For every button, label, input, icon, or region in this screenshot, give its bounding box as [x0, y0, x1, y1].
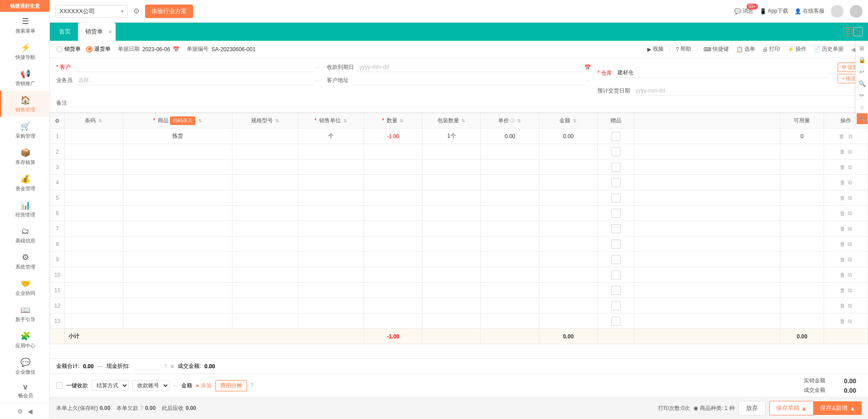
cell-amount[interactable]: [539, 298, 598, 313]
cell-amount[interactable]: [539, 283, 598, 298]
cell-barcode[interactable]: [65, 221, 123, 236]
calendar-icon[interactable]: 📅: [173, 46, 179, 53]
cell-barcode[interactable]: [65, 252, 123, 267]
user-avatar[interactable]: [831, 5, 844, 18]
delete-btn[interactable]: 🗑: [840, 195, 845, 201]
delete-btn[interactable]: 🗑: [840, 164, 845, 170]
sidebar-item-finance[interactable]: 💰 资金管理: [0, 169, 49, 196]
cell-qty[interactable]: [364, 283, 422, 298]
note-input[interactable]: [70, 98, 862, 108]
gift-checkbox[interactable]: [611, 193, 621, 202]
cell-unit[interactable]: [298, 283, 364, 298]
sidebar-item-sales[interactable]: 🏠 销售管理: [0, 91, 49, 117]
copy-btn[interactable]: ⧉: [848, 149, 852, 155]
cell-pack-qty[interactable]: 1个: [422, 129, 481, 144]
cell-unit-price[interactable]: [481, 236, 539, 252]
cell-pack-qty[interactable]: [422, 267, 481, 283]
th-settings[interactable]: ⚙: [50, 113, 65, 129]
cell-qty[interactable]: [364, 252, 422, 267]
cell-barcode[interactable]: [65, 206, 123, 221]
copy-btn[interactable]: ⧉: [848, 256, 852, 263]
copy-btn[interactable]: ⧉: [848, 179, 852, 186]
delete-btn[interactable]: 🗑: [839, 133, 844, 140]
cell-spec[interactable]: [233, 129, 298, 144]
delete-btn[interactable]: 🗑: [840, 318, 845, 324]
sidebar-item-basics[interactable]: 🗂 基础信息: [0, 222, 49, 248]
scan-btn[interactable]: 扫码录入: [170, 116, 195, 125]
save-new-btn[interactable]: 保存&新增 ▲: [814, 401, 862, 415]
cell-product[interactable]: [123, 175, 233, 190]
delivery-date-input[interactable]: [634, 86, 855, 96]
sidebar-item-operations[interactable]: 📊 经营管理: [0, 196, 49, 222]
history-btn[interactable]: 📄 历史单据: [812, 44, 845, 54]
gift-checkbox[interactable]: [611, 270, 621, 279]
cell-product[interactable]: [123, 144, 233, 159]
cell-product[interactable]: [123, 283, 233, 298]
cell-qty[interactable]: [364, 159, 422, 175]
copy-btn[interactable]: ⧉: [848, 318, 852, 324]
gift-checkbox[interactable]: [611, 317, 621, 326]
payment-date-input[interactable]: [358, 63, 584, 72]
cell-product[interactable]: [123, 267, 233, 283]
customer-dots-btn[interactable]: ···: [314, 64, 320, 71]
fee-split-btn[interactable]: 费用分摊: [215, 380, 247, 391]
right-panel-grid-btn[interactable]: ⊞: [857, 43, 868, 53]
cell-product[interactable]: [123, 159, 233, 175]
cell-qty[interactable]: [364, 267, 422, 283]
cell-gift[interactable]: [597, 298, 634, 313]
save-draft-btn[interactable]: 保存草稿 ▲: [769, 401, 814, 415]
cell-product[interactable]: [123, 313, 233, 329]
delete-btn[interactable]: 🗑: [840, 179, 845, 186]
cell-barcode[interactable]: [65, 159, 123, 175]
cell-pack-qty[interactable]: [422, 236, 481, 252]
cell-unit[interactable]: 个: [298, 129, 364, 144]
sidebar-settings-btn[interactable]: ⚙: [17, 408, 23, 415]
cell-unit[interactable]: [298, 190, 364, 206]
cell-barcode[interactable]: [65, 313, 123, 329]
cell-qty[interactable]: [364, 190, 422, 206]
copy-btn[interactable]: ⧉: [849, 133, 853, 140]
cell-unit-price[interactable]: [481, 206, 539, 221]
sidebar-item-collab[interactable]: 🤝 企业协同: [0, 274, 49, 300]
cell-unit-price[interactable]: [481, 159, 539, 175]
radio-sales-label[interactable]: 销货单: [56, 45, 81, 53]
company-selector[interactable]: XXXXXX公司 ▾: [55, 5, 128, 18]
cell-amount[interactable]: [539, 236, 598, 252]
sidebar-item-purchase[interactable]: 🛒 采购管理: [0, 117, 49, 143]
delete-btn[interactable]: 🗑: [840, 272, 845, 278]
cell-unit-price[interactable]: [481, 175, 539, 190]
trial-btn[interactable]: 体验行业方案: [145, 5, 193, 18]
sidebar-collapse-btn[interactable]: ◀: [28, 408, 33, 415]
cell-barcode[interactable]: [65, 129, 123, 144]
cell-amount[interactable]: [539, 252, 598, 267]
delete-btn[interactable]: 🗑: [840, 256, 845, 263]
discount-input[interactable]: [133, 363, 160, 370]
cell-amount[interactable]: [539, 144, 598, 159]
cell-qty[interactable]: [364, 221, 422, 236]
cell-spec[interactable]: [233, 144, 298, 159]
gift-checkbox[interactable]: [611, 132, 621, 141]
radio-return-label[interactable]: 退货单: [86, 45, 111, 53]
cell-qty[interactable]: [364, 313, 422, 329]
delete-btn[interactable]: 🗑: [840, 226, 845, 232]
shortcut-btn[interactable]: ⌨ 快捷键: [702, 44, 731, 54]
tab-close-btn[interactable]: ✕: [107, 28, 114, 35]
one-click-payment-checkbox[interactable]: [56, 382, 63, 389]
cell-unit-price[interactable]: 0.00: [481, 129, 539, 144]
cell-barcode[interactable]: [65, 144, 123, 159]
th-qty-sort[interactable]: ⇅: [400, 118, 403, 123]
payment-method-select[interactable]: 结算方式: [92, 380, 129, 391]
cell-pack-qty[interactable]: [422, 206, 481, 221]
cell-amount[interactable]: [539, 190, 598, 206]
cell-product[interactable]: [123, 236, 233, 252]
sidebar-item-marketing[interactable]: 📢 营销推广: [0, 64, 49, 91]
grid-view-btn[interactable]: ⊞: [853, 27, 863, 36]
sidebar-item-search[interactable]: ☰ 搜索菜单: [0, 12, 49, 38]
cell-unit[interactable]: [298, 144, 364, 159]
cell-unit-price[interactable]: [481, 283, 539, 298]
cell-barcode[interactable]: [65, 283, 123, 298]
arrears-help[interactable]: ?: [140, 405, 143, 411]
cell-unit-price[interactable]: [481, 221, 539, 236]
cell-amount[interactable]: [539, 221, 598, 236]
cell-unit[interactable]: [298, 175, 364, 190]
